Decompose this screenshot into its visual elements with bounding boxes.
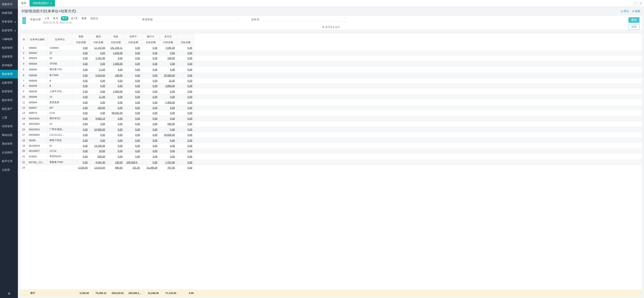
settings-gear-icon[interactable] xyxy=(0,290,18,298)
amount-link[interactable]: 0.00 xyxy=(153,79,158,82)
query-button[interactable]: 查询 xyxy=(628,17,640,23)
salesman-input[interactable] xyxy=(262,16,346,22)
amount-link[interactable]: 0.00 xyxy=(83,128,88,131)
amount-link[interactable]: 0.00 xyxy=(135,122,140,125)
amount-link[interactable]: 0.00 xyxy=(118,155,122,158)
amount-link[interactable]: 0.00 xyxy=(135,155,140,158)
amount-link[interactable]: 0.00 xyxy=(170,96,175,98)
amount-link[interactable]: 0.00 xyxy=(188,46,192,49)
amount-link[interactable]: 0.00 xyxy=(188,122,192,125)
col-amount-5[interactable]: 付款金额 xyxy=(160,40,177,46)
table-row[interactable]: 20 00140027 111190.0010.000.000.000.000.… xyxy=(20,148,642,154)
amount-link[interactable]: 0.00 xyxy=(83,117,88,120)
amount-link[interactable]: 0.00 xyxy=(135,90,140,93)
col-group-5[interactable]: 支付宝 xyxy=(160,34,177,40)
amount-link[interactable]: 0.00 xyxy=(153,96,158,98)
amount-link[interactable]: 0.00 xyxy=(188,112,192,114)
amount-link[interactable]: 0.00 xyxy=(83,84,88,87)
amount-link[interactable]: 0.00 xyxy=(100,84,105,87)
col-amount-0[interactable]: 付款金额 xyxy=(72,40,90,46)
amount-link[interactable]: 0.00 xyxy=(118,79,122,82)
amount-link[interactable]: 0.00 xyxy=(188,101,192,104)
col-amount-6[interactable]: 付款金额 xyxy=(177,40,194,46)
table-row[interactable]: 17 00030002 111111111...0.000.000.000.00… xyxy=(20,132,642,138)
amount-link[interactable]: 12,132.00 xyxy=(94,46,105,49)
col-group-4[interactable]: 银行卡 xyxy=(142,34,160,40)
sidebar-item-quick-nav[interactable]: 快捷导航 xyxy=(0,9,18,18)
amount-link[interactable]: 0.00 xyxy=(135,52,140,54)
chevron-down-icon[interactable]: ⌄ xyxy=(238,17,240,20)
amount-link[interactable]: 0.00 xyxy=(135,150,140,152)
amount-link[interactable]: 0.00 xyxy=(100,52,105,54)
table-row[interactable]: 5 000005 测试客户对...0.0011.000.000.000.000.… xyxy=(20,66,642,72)
amount-link[interactable]: 0.00 xyxy=(83,161,88,164)
col-amount-4[interactable]: 付款金额 xyxy=(142,40,160,46)
table-row[interactable]: 12 000067 0070.00100.000.000.000.000.000… xyxy=(20,105,642,110)
sidebar-item-invoice[interactable]: 发票管理 xyxy=(0,87,18,96)
amount-link[interactable]: 0.00 xyxy=(153,68,158,71)
amount-link[interactable]: 0.00 xyxy=(153,101,158,104)
amount-link[interactable]: 4,860.00 xyxy=(165,84,175,87)
amount-link[interactable]: 0.00 xyxy=(170,52,175,54)
amount-link[interactable]: 440.00 xyxy=(167,122,175,125)
settings-button[interactable]: 设置 xyxy=(628,24,640,30)
amount-link[interactable]: 0.00 xyxy=(83,101,88,104)
sidebar-item-cloud[interactable]: 云应用 xyxy=(0,166,18,174)
table-row[interactable]: 6 000006 客户6660.005,010.00180.000.000.00… xyxy=(20,72,642,78)
collapse-filters-icon[interactable]: » xyxy=(22,17,26,24)
sidebar-item-xiaochang[interactable]: 小畅电商 xyxy=(0,35,18,44)
amount-link[interactable]: 0.00 xyxy=(170,112,175,114)
sidebar-item-inventory[interactable]: 库存核算 xyxy=(0,61,18,70)
table-row[interactable]: 14 00010001 测试单位20.009,603.140.000.000.0… xyxy=(20,116,642,122)
amount-link[interactable]: 0.00 xyxy=(135,74,140,77)
amount-link[interactable]: 141,158.11 xyxy=(110,46,122,49)
source-input[interactable] xyxy=(155,16,240,22)
amount-link[interactable]: 0.00 xyxy=(83,150,88,152)
amount-link[interactable]: 0.00 xyxy=(83,134,88,136)
sidebar-item-funds[interactable]: 资金管理 xyxy=(0,70,18,78)
date-option-4[interactable]: 更多 xyxy=(80,16,88,20)
amount-link[interactable]: 0.00 xyxy=(118,57,122,60)
amount-link[interactable]: 0.00 xyxy=(153,46,158,49)
amount-link[interactable]: 0.00 xyxy=(135,128,140,131)
amount-link[interactable]: 130.00 xyxy=(115,161,122,164)
export-button[interactable]: ⇲ 导出 xyxy=(621,10,629,13)
more-icon[interactable]: ⋯ xyxy=(343,17,346,20)
amount-link[interactable]: 7,695.00 xyxy=(165,46,175,49)
sidebar-item-tax[interactable]: 税务管理 xyxy=(0,96,18,104)
amount-link[interactable]: 0.00 xyxy=(135,134,140,136)
amount-link[interactable]: 0.00 xyxy=(100,79,105,82)
date-option-3[interactable]: 近7天 xyxy=(70,16,79,20)
amount-link[interactable]: 0.00 xyxy=(135,57,140,60)
amount-link[interactable]: 0.00 xyxy=(188,144,192,147)
amount-link[interactable]: 0.00 xyxy=(153,106,158,109)
sidebar-item-salary[interactable]: 工资 xyxy=(0,113,18,122)
col-amount-2[interactable]: 付款金额 xyxy=(107,40,124,46)
amount-link[interactable]: 3,100.00 xyxy=(78,166,88,169)
amount-link[interactable]: 0.00 xyxy=(118,144,122,147)
amount-link[interactable]: 0.00 xyxy=(188,79,192,82)
tab-home[interactable]: 首页 xyxy=(18,0,30,6)
sidebar-item-operation[interactable]: 经营管理 xyxy=(0,122,18,131)
sidebar-item-ledger[interactable]: 总账管理 xyxy=(0,78,18,87)
sidebar-item-ecommerce[interactable]: 电商管理 xyxy=(0,44,18,52)
amount-link[interactable]: 0.00 xyxy=(118,68,122,71)
sidebar-item-system[interactable]: 系统管理 xyxy=(0,140,18,148)
amount-link[interactable]: 0.00 xyxy=(135,144,140,147)
amount-link[interactable]: 180.00 xyxy=(115,74,122,77)
amount-link[interactable]: 0.00 xyxy=(135,106,140,109)
table-row[interactable]: 22 RETAIL_CU... 零散客户0010.004,041.00130.0… xyxy=(20,160,642,165)
date-option-2[interactable]: 本年 xyxy=(61,16,68,20)
amount-link[interactable]: 100.00 xyxy=(98,106,105,109)
table-row[interactable]: 7 000008 A0.000.000.000.000.0015.000.00 xyxy=(20,78,642,84)
table-row[interactable]: 4 000004 1918合0.000.001,000.000.000.000.… xyxy=(20,61,642,66)
amount-link[interactable]: 0.00 xyxy=(188,134,192,136)
tab-dropdown-icon[interactable]: ▾ xyxy=(639,1,643,5)
amount-link[interactable]: 0.00 xyxy=(83,122,88,125)
col-amount-1[interactable]: 付款金额 xyxy=(90,40,107,46)
amount-link[interactable]: 1,222.00 xyxy=(165,161,175,164)
sidebar-item-purchase[interactable]: 采购管理 xyxy=(0,52,18,61)
amount-link[interactable]: 0.00 xyxy=(153,150,158,152)
amount-link[interactable]: 1,020.00 xyxy=(113,52,122,54)
amount-link[interactable]: 0.00 xyxy=(153,52,158,54)
